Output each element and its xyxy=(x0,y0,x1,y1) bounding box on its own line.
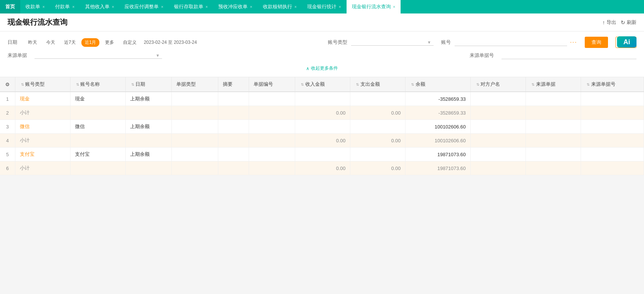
close-icon[interactable]: × xyxy=(161,4,163,9)
th-expense[interactable]: ⇅ 支出金额 xyxy=(350,77,405,92)
table-row: 5 支付宝 支付宝 上期余额 19871073.60 xyxy=(0,148,644,161)
close-icon[interactable]: × xyxy=(339,4,341,9)
cell-income xyxy=(295,148,350,161)
cell-source-doc-no xyxy=(581,120,644,134)
cell-expense: 0.00 xyxy=(350,106,405,120)
cell-account-type: 小计 xyxy=(15,134,70,148)
th-date[interactable]: ⇅ 日期 xyxy=(125,77,172,92)
nav-tab-fukuandan[interactable]: 付款单 × xyxy=(50,0,80,13)
refresh-button[interactable]: ↻ 刷新 xyxy=(621,19,636,26)
cell-source-doc xyxy=(525,120,581,134)
dots-button[interactable]: ··· xyxy=(570,39,577,46)
filter-area: 日期 昨天 今天 近7天 近1月 更多 自定义 2023-02-24 至 202… xyxy=(0,31,644,77)
cell-date xyxy=(125,134,172,148)
row-num: 3 xyxy=(0,120,15,134)
th-doc-no: 单据编号 xyxy=(249,77,295,92)
account-type-label: 账号类型 xyxy=(328,39,347,46)
cell-source-doc xyxy=(525,134,581,148)
cell-doc-no xyxy=(249,120,295,134)
nav-tab-yingshoutiaozheng[interactable]: 应收应付调整单 × xyxy=(119,0,168,13)
source-doc-select[interactable]: ▼ xyxy=(35,52,162,59)
export-icon: ↑ xyxy=(602,19,605,25)
collapse-label: 收起更多条件 xyxy=(311,65,338,72)
sort-icon: ⇅ xyxy=(356,82,359,87)
th-counterpart[interactable]: ⇅ 对方户名 xyxy=(470,77,525,92)
cell-doc-no xyxy=(249,134,295,148)
cell-counterpart xyxy=(470,92,525,106)
row-num: 6 xyxy=(0,161,15,175)
nav-tab-liushui[interactable]: 现金银行流水查询 × xyxy=(347,0,401,13)
cell-account-name xyxy=(70,161,125,175)
nav-tab-shoukuanxiaoxiao[interactable]: 收款核销执行 × xyxy=(258,0,302,13)
th-income[interactable]: ⇅ 收入金额 xyxy=(295,77,350,92)
nav-tab-yushou[interactable]: 预收冲应收单 × xyxy=(213,0,257,13)
sort-icon: ⇅ xyxy=(587,82,590,87)
nav-tab-shoukuandan[interactable]: 收款单 × xyxy=(20,0,50,13)
cell-doc-type xyxy=(172,134,218,148)
table-header: ⚙ ⇅ 账号类型 ⇅ 账号名称 ⇅ 日期 单据类型 摘要 xyxy=(0,77,644,92)
th-balance[interactable]: ⇅ 余额 xyxy=(405,77,471,92)
main-table: ⚙ ⇅ 账号类型 ⇅ 账号名称 ⇅ 日期 单据类型 摘要 xyxy=(0,77,644,175)
sort-icon: ⇅ xyxy=(476,82,479,87)
account-no-group: 账号 ··· xyxy=(441,39,577,46)
row-num: 5 xyxy=(0,148,15,161)
more-btn[interactable]: 更多 xyxy=(102,38,117,47)
filter-row-1: 日期 昨天 今天 近7天 近1月 更多 自定义 2023-02-24 至 202… xyxy=(8,37,636,48)
th-source-doc[interactable]: ⇅ 来源单据 xyxy=(525,77,581,92)
cell-source-doc xyxy=(525,148,581,161)
yesterday-btn[interactable]: 昨天 xyxy=(25,38,41,47)
collapse-bar[interactable]: ∧ 收起更多条件 xyxy=(8,63,636,73)
th-source-doc-no[interactable]: ⇅ 来源单据号 xyxy=(581,77,644,92)
custom-btn[interactable]: 自定义 xyxy=(120,38,140,47)
cell-summary xyxy=(218,120,249,134)
th-account-type[interactable]: ⇅ 账号类型 xyxy=(15,77,70,92)
last1month-btn[interactable]: 近1月 xyxy=(81,38,100,47)
sort-icon: ⇅ xyxy=(76,82,79,87)
nav-tab-yinhangcunqu[interactable]: 银行存取款单 × xyxy=(169,0,213,13)
th-summary: 摘要 xyxy=(218,77,249,92)
account-label: 账号 xyxy=(441,39,451,46)
source-doc-no-label: 来源单据号 xyxy=(470,52,494,59)
cell-source-doc xyxy=(525,106,581,120)
nav-home[interactable]: 首页 xyxy=(0,0,20,13)
header-actions: ↑ 导出 ↻ 刷新 xyxy=(602,19,636,26)
th-account-name[interactable]: ⇅ 账号名称 xyxy=(70,77,125,92)
cell-account-type: 微信 xyxy=(15,120,70,134)
table-row: 6 小计 0.00 0.00 19871073.60 xyxy=(0,161,644,175)
cell-doc-type xyxy=(172,120,218,134)
sort-icon: ⇅ xyxy=(131,82,134,87)
cell-doc-type xyxy=(172,161,218,175)
cell-date: 上期余额 xyxy=(125,120,172,134)
query-button[interactable]: 查询 xyxy=(585,37,608,48)
ai-badge[interactable]: Ai xyxy=(617,36,636,48)
account-type-select[interactable]: ▼ xyxy=(351,39,434,46)
chevron-down-icon: ▼ xyxy=(427,40,431,45)
sort-icon: ⇅ xyxy=(21,82,24,87)
cell-account-name: 微信 xyxy=(70,120,125,134)
nav-tab-xianjintongji[interactable]: 现金银行统计 × xyxy=(302,0,346,13)
today-btn[interactable]: 今天 xyxy=(43,38,59,47)
top-nav: 首页 收款单 × 付款单 × 其他收入单 × 应收应付调整单 × 银行存取款单 … xyxy=(0,0,644,13)
cell-source-doc-no xyxy=(581,148,644,161)
export-button[interactable]: ↑ 导出 xyxy=(602,19,616,26)
cell-source-doc-no xyxy=(581,92,644,106)
account-input[interactable] xyxy=(455,39,567,46)
sort-icon: ⇅ xyxy=(531,82,534,87)
close-icon[interactable]: × xyxy=(42,4,45,9)
th-doc-type: 单据类型 xyxy=(172,77,218,92)
last7days-btn[interactable]: 近7天 xyxy=(61,38,79,47)
close-icon[interactable]: × xyxy=(294,4,297,9)
nav-tab-qitashouru[interactable]: 其他收入单 × xyxy=(80,0,119,13)
cell-account-type: 支付宝 xyxy=(15,148,70,161)
source-doc-no-input[interactable] xyxy=(501,52,636,59)
close-icon[interactable]: × xyxy=(206,4,208,9)
cell-doc-no xyxy=(249,148,295,161)
cell-date: 上期余额 xyxy=(125,92,172,106)
close-icon[interactable]: × xyxy=(72,4,74,9)
close-icon[interactable]: × xyxy=(393,4,395,9)
close-icon[interactable]: × xyxy=(250,4,252,9)
th-gear[interactable]: ⚙ xyxy=(0,77,15,92)
close-icon[interactable]: × xyxy=(112,4,114,9)
account-no-area: ··· xyxy=(455,39,577,46)
table-row: 1 现金 现金 上期余额 -3528659.33 xyxy=(0,92,644,106)
